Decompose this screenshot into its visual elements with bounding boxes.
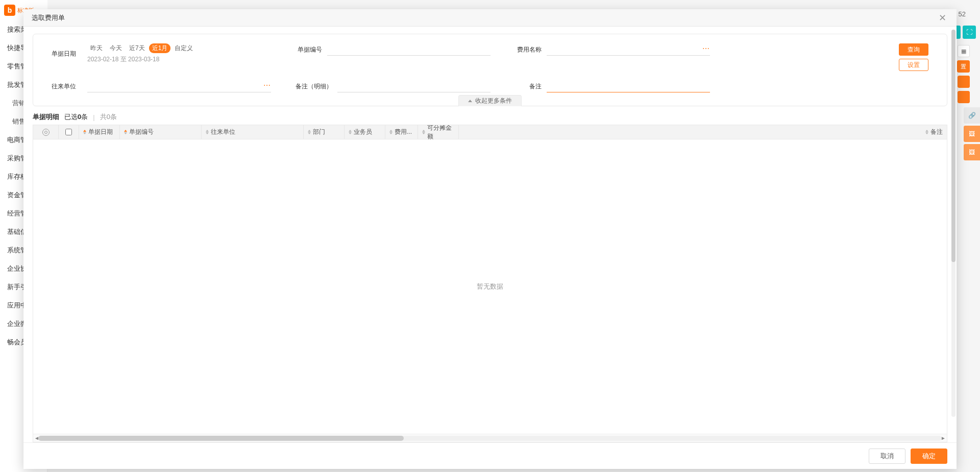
party-label: 往来单位: [52, 82, 87, 91]
date-range-tabs: 昨天 今天 近7天 近1月 自定义: [87, 43, 196, 53]
filter-code: 单据编号: [291, 43, 491, 56]
query-button[interactable]: 查询: [899, 43, 928, 56]
select-fee-modal: 选取费用单 ✕ 单据日期 昨天 今天 近7天 近1月 自定义: [23, 9, 957, 469]
filter-party: 往来单位 ⋯: [52, 80, 271, 92]
code-input[interactable]: [327, 43, 491, 56]
sort-asc-icon: [389, 130, 393, 132]
column-code[interactable]: 单据编号: [120, 125, 202, 139]
details-title: 单据明细: [33, 112, 59, 122]
date-tab-last1m[interactable]: 近1月: [149, 43, 171, 53]
party-lookup-icon[interactable]: ⋯: [263, 81, 270, 89]
date-label: 单据日期: [52, 50, 87, 58]
empty-text: 暂无数据: [477, 282, 503, 291]
sort-asc-icon: [925, 130, 928, 132]
party-input[interactable]: [87, 80, 271, 92]
column-party[interactable]: 往来单位: [202, 125, 304, 139]
modal-body: 单据日期 昨天 今天 近7天 近1月 自定义 2023-02-18 至 2023…: [23, 27, 957, 442]
remark-label: 备注: [511, 82, 547, 91]
column-select-all[interactable]: [59, 125, 79, 139]
sort-desc-icon: [206, 132, 209, 134]
remark-detail-label: 备注（明细）: [291, 82, 337, 91]
collapse-label: 收起更多条件: [475, 97, 512, 105]
filter-actions: 查询 设置: [899, 43, 928, 71]
chevron-up-icon: [468, 100, 472, 102]
sort-desc-icon: [349, 132, 352, 134]
collapse-filters-button[interactable]: 收起更多条件: [458, 95, 522, 106]
scroll-right-icon[interactable]: ►: [941, 435, 946, 441]
remark-input[interactable]: [547, 80, 710, 92]
filter-date: 单据日期 昨天 今天 近7天 近1月 自定义 2023-02-18 至 2023…: [52, 43, 271, 64]
filter-remark: 备注: [511, 80, 710, 92]
fee-name-input[interactable]: [547, 43, 710, 56]
scrollbar-thumb[interactable]: [951, 30, 955, 262]
sort-asc-icon: [422, 130, 425, 132]
date-tab-last7[interactable]: 近7天: [126, 43, 148, 53]
sort-asc-icon: [349, 130, 352, 132]
column-dept[interactable]: 部门: [304, 125, 345, 139]
table-empty-state: 暂无数据: [33, 139, 947, 434]
settings-button[interactable]: 设置: [899, 59, 928, 71]
code-label: 单据编号: [291, 45, 327, 54]
sort-desc-icon: [308, 132, 311, 134]
column-remark[interactable]: 备注: [459, 125, 947, 139]
selected-count: 已选0条: [64, 112, 88, 122]
sort-desc-icon: [389, 132, 393, 134]
sort-asc-icon: [308, 130, 311, 132]
vertical-scrollbar[interactable]: [951, 30, 955, 417]
modal-footer: 取消 确定: [23, 442, 957, 469]
filter-fee-name: 费用名称 ⋯: [511, 43, 710, 56]
sort-asc-icon: [206, 130, 209, 132]
remark-detail-input[interactable]: [337, 80, 491, 92]
modal-title: 选取费用单: [32, 13, 65, 22]
column-staff[interactable]: 业务员: [345, 125, 385, 139]
column-date[interactable]: 单据日期: [79, 125, 120, 139]
sort-asc-icon: [124, 130, 127, 132]
ok-button[interactable]: 确定: [911, 449, 947, 464]
details-header: 单据明细 已选0条 | 共0条: [23, 106, 957, 125]
select-all-checkbox[interactable]: [65, 129, 72, 135]
total-count: 共0条: [100, 112, 117, 122]
sort-desc-icon: [83, 132, 86, 134]
sort-desc-icon: [925, 132, 928, 134]
date-range-value: 2023-02-18 至 2023-03-18: [87, 55, 159, 64]
details-table: 单据日期 单据编号 往来单位 部门 业务员 费用... 可分摊金额 备注 暂无数…: [33, 125, 947, 442]
fee-name-label: 费用名称: [511, 45, 547, 54]
sort-desc-icon: [124, 132, 127, 134]
close-icon[interactable]: ✕: [937, 12, 948, 23]
fee-name-lookup-icon[interactable]: ⋯: [702, 44, 709, 53]
column-amount[interactable]: 可分摊金额: [418, 125, 459, 139]
modal-header: 选取费用单 ✕: [23, 9, 957, 27]
filter-panel: 单据日期 昨天 今天 近7天 近1月 自定义 2023-02-18 至 2023…: [33, 34, 947, 106]
date-tab-custom[interactable]: 自定义: [172, 43, 196, 53]
horizontal-scrollbar[interactable]: ◄ ►: [33, 434, 947, 442]
table-header: 单据日期 单据编号 往来单位 部门 业务员 费用... 可分摊金额 备注: [33, 125, 947, 139]
sort-desc-icon: [422, 132, 425, 134]
scroll-thumb[interactable]: [38, 436, 404, 441]
cancel-button[interactable]: 取消: [869, 449, 905, 464]
column-fee[interactable]: 费用...: [385, 125, 418, 139]
sort-asc-icon: [83, 130, 86, 132]
date-tab-yesterday[interactable]: 昨天: [87, 43, 106, 53]
filter-remark-detail: 备注（明细）: [291, 80, 491, 92]
gear-icon: [42, 129, 50, 136]
column-settings[interactable]: [33, 125, 59, 139]
date-tab-today[interactable]: 今天: [107, 43, 125, 53]
